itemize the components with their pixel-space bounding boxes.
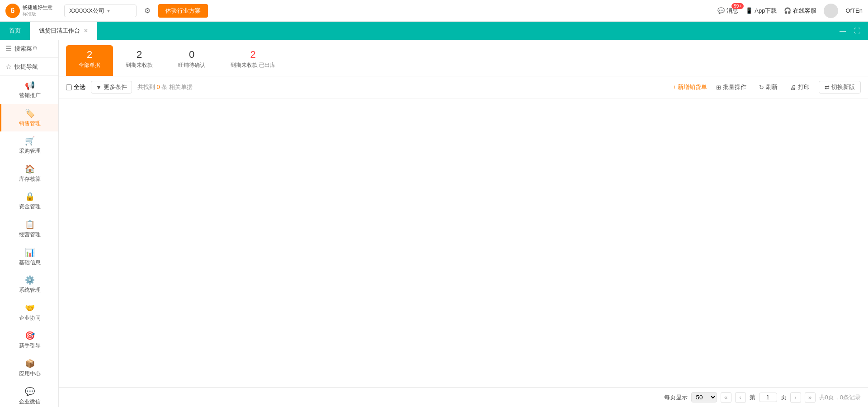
found-suffix: 条 相关单据 xyxy=(161,84,193,90)
stat-tab-pending[interactable]: 0 旺铺待确认 xyxy=(165,45,218,76)
search-icon: ☰ xyxy=(5,44,12,53)
per-page-label: 每页显示 xyxy=(664,393,688,402)
refresh-button[interactable]: ↻ 刷新 xyxy=(755,81,781,93)
app-download-button[interactable]: 📱 App下载 xyxy=(745,7,777,15)
tab-workbench[interactable]: 钱货日清工作台 ✕ xyxy=(30,22,97,40)
batch-label: 批量操作 xyxy=(723,83,746,91)
sidebar-item-app-center[interactable]: 📦 应用中心 xyxy=(0,354,58,382)
filter-label: 更多条件 xyxy=(104,83,127,91)
stat-pending-label: 旺铺待确认 xyxy=(178,61,205,69)
select-all-checkbox[interactable]: 全选 xyxy=(66,83,85,91)
new-sale-button[interactable]: + 新增销货单 xyxy=(673,83,707,91)
inventory-icon: 🏠 xyxy=(25,164,35,174)
switch-version-button[interactable]: ⇄ 切换新版 xyxy=(819,81,861,94)
sidebar-item-guide[interactable]: 🎯 新手引导 xyxy=(0,326,58,354)
page-input[interactable] xyxy=(759,393,777,402)
stat-pending-num: 0 xyxy=(189,49,194,61)
tab-home[interactable]: 首页 xyxy=(0,22,30,40)
prev-page-button[interactable]: ‹ xyxy=(735,392,746,403)
message-button[interactable]: 💬 消息 99+ xyxy=(717,7,738,15)
toolbar-right: + 新增销货单 ⊞ 批量操作 ↻ 刷新 🖨 打印 ⇄ xyxy=(673,81,861,94)
switch-label: 切换新版 xyxy=(831,83,855,91)
content-inner: 2 全部单据 2 到期未收款 0 旺铺待确认 2 到期未收款 已出库 xyxy=(59,40,868,407)
last-page-button[interactable]: » xyxy=(805,392,816,403)
finance-icon: 🔒 xyxy=(25,192,35,201)
per-page-select[interactable]: 50 100 200 xyxy=(691,392,717,402)
refresh-label: 刷新 xyxy=(766,83,778,91)
online-service-button[interactable]: 🎧 在线客服 xyxy=(784,7,816,15)
stat-all-num: 2 xyxy=(87,49,92,61)
filter-button[interactable]: ▼ 更多条件 xyxy=(91,81,132,94)
username[interactable]: OfTEn xyxy=(845,7,863,14)
sidebar-item-finance[interactable]: 🔒 资金管理 xyxy=(0,187,58,215)
sidebar-item-purchase[interactable]: 🛒 采购管理 xyxy=(0,131,58,159)
batch-button[interactable]: ⊞ 批量操作 xyxy=(712,81,750,93)
print-icon: 🖨 xyxy=(790,84,796,91)
search-menu-button[interactable]: ☰ 搜索菜单 xyxy=(0,40,58,58)
purchase-icon: 🛒 xyxy=(25,136,35,146)
basic-icon: 📊 xyxy=(25,248,35,257)
found-count: 0 xyxy=(157,84,160,90)
company-selector[interactable]: XXXXXX公司 ▾ xyxy=(64,5,137,17)
chevron-down-icon: ▾ xyxy=(107,8,110,14)
service-icon: 🎧 xyxy=(784,7,791,14)
user-avatar[interactable] xyxy=(824,4,838,18)
sidebar-item-system[interactable]: ⚙️ 系统管理 xyxy=(0,271,58,299)
sidebar-item-marketing[interactable]: 📢 营销推广 xyxy=(0,76,58,104)
refresh-icon: ↻ xyxy=(759,84,764,91)
system-icon: ⚙️ xyxy=(25,275,35,285)
tab-workbench-label: 钱货日清工作台 xyxy=(39,27,80,35)
marketing-icon: 📢 xyxy=(25,80,35,90)
settings-button[interactable]: ⚙ xyxy=(140,4,155,18)
operation-icon: 📋 xyxy=(25,220,35,229)
found-prefix: 共找到 xyxy=(137,84,155,90)
header-right: 💬 消息 99+ 📱 App下载 🎧 在线客服 OfTEn xyxy=(717,4,863,18)
tab-controls: — ⛶ xyxy=(837,25,868,36)
top-header: 6 畅捷通好生意 标准版 XXXXXX公司 ▾ ⚙ 体验行业方案 💬 消息 99… xyxy=(0,0,868,22)
sidebar-item-inventory[interactable]: 🏠 库存核算 xyxy=(0,159,58,187)
star-icon: ☆ xyxy=(5,62,12,71)
print-button[interactable]: 🖨 打印 xyxy=(787,81,813,93)
stat-overdue-out-label: 到期未收款 已出库 xyxy=(231,61,275,69)
app-subtitle: 标准版 xyxy=(23,11,52,17)
cooperation-icon: 🤝 xyxy=(25,303,35,313)
select-all-label: 全选 xyxy=(74,83,85,91)
sidebar-item-guide-label: 新手引导 xyxy=(19,342,41,350)
sidebar-item-sales-label: 销售管理 xyxy=(19,120,41,127)
tab-close-icon[interactable]: ✕ xyxy=(84,28,88,34)
first-page-button[interactable]: « xyxy=(721,392,731,403)
sidebar-item-basic-label: 基础信息 xyxy=(19,259,41,267)
sidebar-item-wechat[interactable]: 💬 企业微信 xyxy=(0,382,58,407)
experience-button[interactable]: 体验行业方案 xyxy=(158,4,208,18)
found-text: 共找到 0 条 相关单据 xyxy=(137,83,193,91)
sidebar-item-inventory-label: 库存核算 xyxy=(19,176,41,183)
message-badge: 99+ xyxy=(731,3,744,9)
stat-overdue-num: 2 xyxy=(137,49,142,61)
wechat-icon: 💬 xyxy=(25,387,35,397)
stat-tab-all[interactable]: 2 全部单据 xyxy=(66,45,113,76)
sidebar-item-purchase-label: 采购管理 xyxy=(19,148,41,155)
sidebar-item-cooperation[interactable]: 🤝 企业协同 xyxy=(0,299,58,327)
sidebar-item-finance-label: 资金管理 xyxy=(19,203,41,211)
quick-nav-button[interactable]: ☆ 快捷导航 xyxy=(0,58,58,76)
sidebar-item-sales[interactable]: 🏷️ 销售管理 xyxy=(0,104,58,132)
stat-tab-overdue[interactable]: 2 到期未收款 xyxy=(113,45,165,76)
sidebar-item-basic[interactable]: 📊 基础信息 xyxy=(0,243,58,271)
tab-minimize-button[interactable]: — xyxy=(837,25,848,36)
tab-maximize-button[interactable]: ⛶ xyxy=(852,25,863,36)
sidebar-item-cooperation-label: 企业协同 xyxy=(19,315,41,322)
stat-tab-overdue-out[interactable]: 2 到期未收款 已出库 xyxy=(218,45,288,76)
next-page-button[interactable]: › xyxy=(790,392,801,403)
sidebar-item-operation-label: 经营管理 xyxy=(19,231,41,239)
sidebar-item-operation[interactable]: 📋 经营管理 xyxy=(0,215,58,243)
total-info: 共0页，0条记录 xyxy=(819,393,861,402)
sidebar: ☰ 搜索菜单 ☆ 快捷导航 📢 营销推广 🏷️ 销售管理 🛒 采购管理 🏠 库存… xyxy=(0,40,59,407)
select-all-input[interactable] xyxy=(66,84,72,90)
tab-home-label: 首页 xyxy=(9,27,21,35)
download-icon: 📱 xyxy=(745,7,753,14)
guide-icon: 🎯 xyxy=(25,331,35,341)
sidebar-item-system-label: 系统管理 xyxy=(19,287,41,294)
search-menu-label: 搜索菜单 xyxy=(14,45,38,53)
logo-area: 6 畅捷通好生意 标准版 xyxy=(5,4,64,18)
online-service-label: 在线客服 xyxy=(793,7,816,15)
